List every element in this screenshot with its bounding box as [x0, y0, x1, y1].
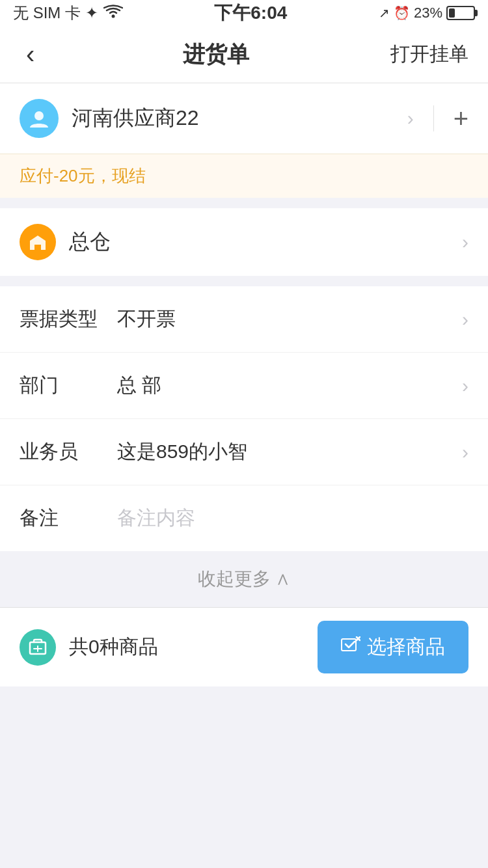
section-gap-2 [0, 276, 488, 286]
dept-row[interactable]: 部门 总 部 › [0, 353, 488, 419]
wifi-icon [103, 4, 123, 22]
status-right: ↗ ⏰ 23% [379, 5, 475, 21]
bottom-bar: 共0种商品 选择商品 [0, 607, 488, 686]
add-supplier-button[interactable]: + [454, 104, 468, 133]
select-product-button[interactable]: 选择商品 [318, 621, 468, 673]
dept-chevron-icon: › [462, 375, 468, 397]
svg-rect-2 [34, 245, 41, 250]
supplier-section: 河南供应商22 › + 应付-20元，现结 [0, 83, 488, 198]
invoice-row[interactable]: 票据类型 不开票 › [0, 286, 488, 353]
select-product-label: 选择商品 [367, 634, 445, 660]
status-time: 下午6:04 [214, 1, 287, 25]
supplier-row[interactable]: 河南供应商22 › + [0, 83, 488, 154]
svg-point-0 [111, 15, 115, 18]
supplier-avatar [20, 99, 59, 138]
invoice-label: 票据类型 [20, 306, 111, 332]
sales-value: 这是859的小智 [111, 439, 462, 465]
status-left: 无 SIM 卡 ✦ [13, 3, 123, 23]
invoice-value: 不开票 [111, 306, 462, 332]
remark-label: 备注 [20, 505, 111, 532]
remark-row[interactable]: 备注 备注内容 [0, 485, 488, 551]
select-product-icon [341, 636, 360, 658]
warehouse-row[interactable]: 总仓 › [0, 208, 488, 276]
sim-label: 无 SIM 卡 ✦ [13, 3, 98, 23]
nav-bar: ‹ 进货单 打开挂单 [0, 26, 488, 83]
section-gap-1 [0, 198, 488, 208]
remark-input[interactable]: 备注内容 [111, 505, 468, 532]
battery-icon [446, 6, 475, 20]
svg-rect-4 [342, 639, 356, 651]
gray-area [0, 686, 488, 868]
collapse-button[interactable]: 收起更多 ∧ [0, 551, 488, 607]
supplier-chevron-icon: › [407, 107, 414, 129]
dept-label: 部门 [20, 372, 111, 399]
product-count: 共0种商品 [69, 634, 305, 660]
alarm-icon: ⏰ [394, 5, 410, 21]
status-bar: 无 SIM 卡 ✦ 下午6:04 ↗ ⏰ 23% [0, 0, 488, 26]
svg-point-1 [34, 111, 44, 120]
page-title: 进货单 [183, 40, 249, 70]
warehouse-name: 总仓 [69, 228, 462, 256]
location-icon: ↗ [379, 5, 390, 21]
sales-chevron-icon: › [462, 441, 468, 463]
invoice-chevron-icon: › [462, 308, 468, 331]
sales-row[interactable]: 业务员 这是859的小智 › [0, 419, 488, 485]
supplier-actions: › + [407, 104, 468, 133]
back-button[interactable]: ‹ [20, 33, 41, 75]
content: 河南供应商22 › + 应付-20元，现结 总仓 › 票据类型 不开票 › [0, 83, 488, 868]
warehouse-icon [20, 224, 56, 260]
form-section: 票据类型 不开票 › 部门 总 部 › 业务员 这是859的小智 › 备注 备注… [0, 286, 488, 551]
divider [433, 105, 434, 131]
notice-banner: 应付-20元，现结 [0, 154, 488, 198]
dept-value: 总 部 [111, 372, 462, 399]
battery-percent: 23% [414, 5, 442, 21]
product-icon [20, 629, 56, 666]
warehouse-chevron-icon: › [462, 231, 468, 253]
open-pending-button[interactable]: 打开挂单 [390, 41, 468, 68]
supplier-name: 河南供应商22 [72, 104, 407, 133]
sales-label: 业务员 [20, 439, 111, 465]
